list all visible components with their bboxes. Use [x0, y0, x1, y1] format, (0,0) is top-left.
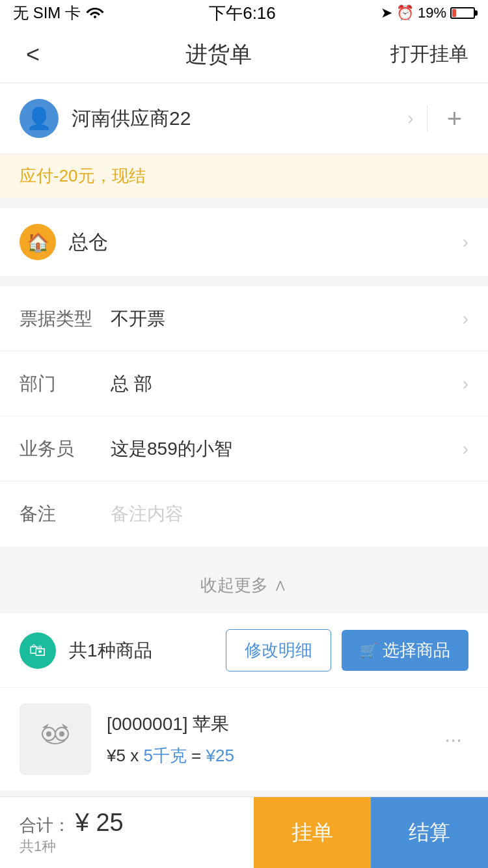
total-label: 合计：: [20, 815, 70, 835]
staff-value: 这是859的小智: [98, 437, 463, 461]
alarm-icon: ⏰: [396, 5, 414, 21]
product-section: 🛍 共1种商品 修改明细 🛒 选择商品: [0, 614, 488, 791]
bottom-bar: 合计： ¥ 25 共1种 挂单 结算: [0, 796, 488, 868]
wifi-icon: [86, 4, 104, 22]
home-icon: 🏠: [27, 232, 49, 253]
supplier-row[interactable]: 👤 河南供应商22 › +: [0, 83, 488, 154]
chevron-right-icon: ›: [463, 439, 468, 459]
warehouse-name: 总仓: [69, 229, 463, 256]
status-bar-right: ➤ ⏰ 19%: [381, 5, 475, 21]
remark-label: 备注: [20, 502, 98, 526]
warehouse-icon: 🏠: [20, 224, 56, 260]
chevron-right-icon: ›: [463, 373, 468, 394]
battery-percent: 19%: [418, 5, 446, 21]
invoice-value: 不开票: [98, 306, 463, 331]
total-sub: 共1种: [20, 837, 234, 856]
add-supplier-button[interactable]: +: [441, 104, 468, 133]
invoice-label: 票据类型: [20, 306, 98, 331]
product-name: [0000001] 苹果: [107, 712, 438, 737]
select-product-button[interactable]: 🛒 选择商品: [342, 630, 468, 671]
vertical-divider: [427, 105, 427, 131]
settle-button[interactable]: 结算: [371, 797, 488, 869]
supplier-notice: 应付-20元，现结: [0, 154, 488, 198]
product-title: 苹果: [193, 714, 229, 734]
status-bar-time: 下午6:16: [209, 2, 276, 25]
battery-icon: [450, 7, 475, 19]
content: 👤 河南供应商22 › + 应付-20元，现结 🏠 总仓 › 票据类型 不开票 …: [0, 83, 488, 868]
product-thumbnail: [20, 703, 91, 775]
dept-label: 部门: [20, 372, 98, 396]
location-icon: ➤: [381, 5, 392, 21]
chevron-right-icon: ›: [463, 232, 468, 252]
open-hang-button[interactable]: 打开挂单: [390, 41, 468, 68]
status-bar-left: 无 SIM 卡: [13, 3, 104, 23]
cart-icon: 🛒: [360, 642, 377, 659]
supplier-section: 👤 河南供应商22 › + 应付-20元，现结: [0, 83, 488, 198]
product-code: [0000001]: [107, 714, 188, 734]
svg-point-3: [59, 731, 64, 737]
carrier-label: 无 SIM 卡: [13, 3, 81, 23]
shopping-icon: 🛍: [29, 640, 46, 660]
chevron-right-icon: ›: [407, 108, 413, 129]
remark-row[interactable]: 备注 备注内容: [0, 481, 488, 547]
invoice-row[interactable]: 票据类型 不开票 ›: [0, 286, 488, 351]
person-icon: 👤: [26, 106, 52, 131]
dept-row[interactable]: 部门 总 部 ›: [0, 351, 488, 416]
product-count: 共1种商品: [69, 638, 226, 663]
owl-icon: [36, 720, 75, 759]
dept-value: 总 部: [98, 372, 463, 396]
page-title: 进货单: [185, 40, 252, 70]
product-equals: =: [191, 746, 206, 765]
product-info: [0000001] 苹果 ¥5 x 5千克 = ¥25: [107, 712, 438, 767]
supplier-name: 河南供应商22: [72, 105, 407, 132]
collapse-more-button[interactable]: 收起更多 ∧: [0, 557, 488, 614]
product-detail: ¥5 x 5千克 = ¥25: [107, 744, 438, 767]
product-more-button[interactable]: ···: [438, 721, 468, 758]
product-item: [0000001] 苹果 ¥5 x 5千克 = ¥25 ···: [0, 688, 488, 791]
warehouse-section[interactable]: 🏠 总仓 ›: [0, 208, 488, 276]
staff-label: 业务员: [20, 437, 98, 461]
select-product-label: 选择商品: [383, 639, 450, 662]
product-multiply: x: [130, 746, 143, 765]
hang-button[interactable]: 挂单: [254, 797, 371, 869]
product-header: 🛍 共1种商品 修改明细 🛒 选择商品: [0, 614, 488, 688]
product-icon: 🛍: [20, 632, 56, 669]
form-section: 票据类型 不开票 › 部门 总 部 › 业务员 这是859的小智 › 备注 备注…: [0, 286, 488, 547]
supplier-avatar: 👤: [20, 99, 59, 138]
total-section: 合计： ¥ 25 共1种: [0, 809, 254, 856]
total-amount: ¥ 25: [75, 809, 124, 836]
edit-detail-button[interactable]: 修改明细: [226, 629, 331, 671]
warehouse-row[interactable]: 🏠 总仓 ›: [0, 208, 488, 276]
product-total: ¥25: [206, 746, 234, 765]
nav-bar: < 进货单 打开挂单: [0, 26, 488, 83]
remark-placeholder[interactable]: 备注内容: [98, 502, 468, 526]
status-bar: 无 SIM 卡 下午6:16 ➤ ⏰ 19%: [0, 0, 488, 26]
staff-row[interactable]: 业务员 这是859的小智 ›: [0, 416, 488, 481]
back-button[interactable]: <: [20, 34, 46, 75]
chevron-right-icon: ›: [463, 308, 468, 329]
product-qty: 5千克: [143, 746, 186, 765]
product-price: ¥5: [107, 746, 126, 765]
svg-point-2: [46, 731, 51, 737]
